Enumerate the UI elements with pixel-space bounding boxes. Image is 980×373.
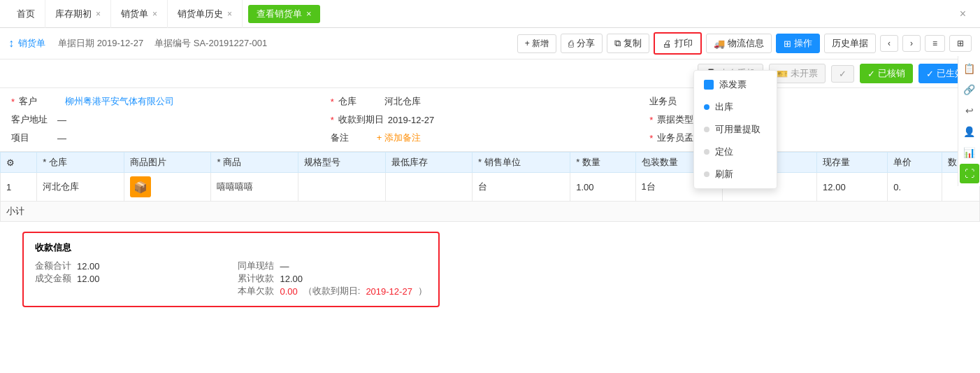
main-content: ↕ 销货单 单据日期 2019-12-27 单据编号 SA-20191227-0…	[0, 28, 980, 373]
col-image: 商品图片	[124, 153, 211, 173]
right-sidebar: 📋 🔗 ↩ 👤 📊 ⛶	[958, 56, 980, 186]
history-button[interactable]: 历史单据	[824, 34, 876, 53]
share-button[interactable]: ⎙ 分享	[561, 34, 603, 53]
col-qty: * 数量	[570, 153, 635, 173]
dropdown-add-invoice[interactable]: 添发票	[694, 73, 777, 96]
table-header-row: ⚙ * 仓库 商品图片 * 商品 规格型号 最低库存 * 销售单位 * 数量 包…	[1, 153, 980, 173]
outbound-icon	[704, 104, 709, 110]
doc-type: ↕ 销货单	[8, 37, 45, 50]
operations-dropdown: 添发票 出库 可用量提取 定位 刷新	[693, 70, 777, 189]
col-stock: 现存量	[817, 153, 888, 173]
doc-meta: 单据日期 2019-12-27 单据编号 SA-20191227-001	[58, 37, 267, 50]
close-tab-sales[interactable]: ×	[152, 9, 157, 19]
add-remark-button[interactable]: + 添加备注	[377, 132, 421, 144]
sidebar-icon-back[interactable]: ↩	[960, 101, 979, 120]
locate-icon	[704, 149, 709, 155]
nav-prev-button[interactable]: ‹	[880, 35, 898, 52]
view-list-button[interactable]: ≡	[925, 35, 945, 52]
cell-price: 0.	[888, 173, 942, 202]
print-icon: 🖨	[663, 38, 672, 49]
col-min-stock: 最低库存	[385, 153, 473, 173]
transaction-row: 成交金额 12.00	[35, 272, 224, 285]
cell-image: 📦	[124, 173, 211, 202]
toolbar: ↕ 销货单 单据日期 2019-12-27 单据编号 SA-20191227-0…	[0, 28, 980, 59]
view-grid-button[interactable]: ⊞	[949, 35, 972, 52]
cell-index: 1	[1, 173, 37, 202]
truck-icon: 🚚	[714, 38, 725, 49]
dropdown-refresh[interactable]: 刷新	[694, 163, 777, 185]
total-amount-row: 金额合计 12.00	[35, 260, 224, 272]
subtotal-cell: 小计	[1, 202, 980, 222]
cancelled-icon: ✓	[867, 69, 875, 79]
copy-icon: ⧉	[614, 38, 621, 49]
tab-inventory-init[interactable]: 库存期初 ×	[45, 0, 111, 28]
dropdown-quantity-pick[interactable]: 可用量提取	[694, 118, 777, 141]
dropdown-outbound[interactable]: 出库	[694, 96, 777, 118]
current-owed-row: 本单欠款 0.00 （收款到期日: 2019-12-27 ）	[238, 285, 426, 297]
cell-unit: 台	[473, 173, 570, 202]
operations-button[interactable]: ⊞ 操作	[776, 34, 820, 53]
ticket-icon: 🎫	[777, 69, 788, 79]
data-table-container: ⚙ * 仓库 商品图片 * 商品 规格型号 最低库存 * 销售单位 * 数量 包…	[0, 151, 980, 222]
copy-button[interactable]: ⧉ 复制	[607, 34, 649, 53]
not-open-button[interactable]: 🎫 未开票	[769, 64, 826, 83]
cell-product: 嘻嘻嘻嘻	[211, 173, 298, 202]
tab-sales-order[interactable]: 销货单 ×	[111, 0, 168, 28]
tab-sales-history[interactable]: 销货单历史 ×	[168, 0, 243, 28]
print-highlight-box: 🖨 打印	[654, 32, 702, 55]
col-spec: 规格型号	[298, 153, 385, 173]
grid-icon: ⊞	[784, 38, 791, 49]
check-button[interactable]: ✓	[831, 65, 854, 83]
field-payment-date: * 收款到期日 2019-12-27	[331, 113, 650, 126]
check-icon: ✓	[839, 69, 846, 79]
col-product: * 商品	[211, 153, 298, 173]
close-window-button[interactable]: ×	[953, 8, 973, 20]
sidebar-icon-link[interactable]: 🔗	[960, 80, 979, 99]
payment-info-grid: 金额合计 12.00 成交金额 12.00 同单现结 —	[35, 260, 427, 297]
cell-qty: 1.00	[570, 173, 635, 202]
tab-home[interactable]: 首页	[7, 0, 45, 28]
quantity-pick-icon	[704, 127, 709, 132]
close-tab-inventory[interactable]: ×	[96, 9, 101, 19]
add-invoice-icon	[704, 80, 714, 90]
close-tab-history[interactable]: ×	[227, 9, 232, 19]
cell-spec	[298, 173, 385, 202]
col-price: 单价	[888, 153, 942, 173]
sidebar-icon-doc[interactable]: 📋	[960, 59, 979, 78]
payment-info-left: 金额合计 12.00 成交金额 12.00	[35, 260, 224, 297]
tab-bar: 首页 库存期初 × 销货单 × 销货单历史 × 查看销货单 × ×	[0, 0, 980, 28]
sidebar-icon-expand[interactable]: ⛶	[960, 164, 979, 183]
field-address: 客户地址 —	[11, 113, 331, 126]
payment-info-right: 同单现结 — 累计收款 12.00 本单欠款 0.00 （收款到期日: 2019…	[238, 260, 426, 297]
refresh-icon	[704, 171, 709, 177]
print-button[interactable]: 🖨 打印	[656, 34, 700, 52]
close-tab-view[interactable]: ×	[306, 8, 312, 19]
sidebar-icon-chart[interactable]: 📊	[960, 143, 979, 162]
table-row: 1 河北仓库 📦 嘻嘻嘻嘻 台 1.00 1台 12.00 0.	[1, 173, 980, 202]
payment-info-title: 收款信息	[35, 241, 427, 254]
toolbar-actions: + 新增 ⎙ 分享 ⧉ 复制 🖨 打印 🚚 物流信息	[517, 32, 972, 55]
new-button[interactable]: + 新增	[517, 34, 556, 53]
already-cancelled-button[interactable]: ✓ 已核销	[860, 64, 913, 83]
logistics-button[interactable]: 🚚 物流信息	[706, 34, 772, 53]
cell-min-stock	[385, 173, 473, 202]
col-settings[interactable]: ⚙	[1, 153, 37, 173]
single-settle-row: 同单现结 —	[238, 260, 426, 272]
subtotal-row: 小计	[1, 202, 980, 222]
nav-next-button[interactable]: ›	[902, 35, 921, 52]
form-section: * 客户 柳州粤港平安气体有限公司 * 仓库 河北仓库 业务员 演示账号 客户地…	[0, 88, 980, 151]
field-project: 项目 —	[11, 132, 331, 144]
share-icon: ⎙	[568, 38, 574, 49]
cumulative-row: 累计收款 12.00	[238, 272, 426, 285]
col-warehouse: * 仓库	[37, 153, 124, 173]
field-warehouse: * 仓库 河北仓库	[331, 95, 650, 108]
cell-stock: 12.00	[817, 173, 888, 202]
bottom-section: 收款信息 金额合计 12.00 成交金额 12.00	[0, 222, 980, 317]
data-table: ⚙ * 仓库 商品图片 * 商品 规格型号 最低库存 * 销售单位 * 数量 包…	[0, 152, 980, 222]
tab-view-sales[interactable]: 查看销货单 ×	[248, 5, 320, 23]
product-image: 📦	[130, 176, 151, 197]
sidebar-icon-user[interactable]: 👤	[960, 122, 979, 141]
field-customer: * 客户 柳州粤港平安气体有限公司	[11, 95, 331, 108]
cell-warehouse: 河北仓库	[37, 173, 124, 202]
dropdown-locate[interactable]: 定位	[694, 141, 777, 163]
